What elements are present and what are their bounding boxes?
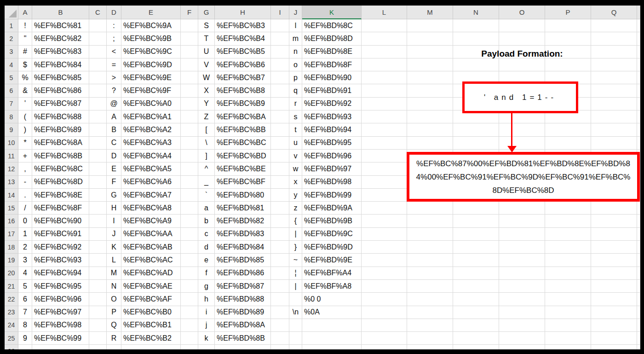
cell-A19[interactable]: 3 <box>18 254 32 267</box>
cell-H22[interactable]: %EF%BD%88 <box>215 293 271 306</box>
cell-O10[interactable] <box>499 137 545 150</box>
cell-L15[interactable] <box>362 202 407 215</box>
cell-C17[interactable] <box>89 228 107 241</box>
cell-J26[interactable] <box>289 345 302 349</box>
row-header-2[interactable]: 2 <box>5 32 18 45</box>
cell-E19[interactable]: %EF%BC%AC <box>121 254 181 267</box>
column-header-L[interactable]: L <box>362 6 407 19</box>
cell-J18[interactable]: } <box>289 241 302 254</box>
cell-J3[interactable]: n <box>289 46 302 58</box>
cell-H25[interactable]: %EF%BD%8B <box>215 332 271 345</box>
cell-A8[interactable]: ( <box>18 110 32 123</box>
cell-O17[interactable] <box>499 228 545 241</box>
cell-P23[interactable] <box>545 306 591 319</box>
cell-P19[interactable] <box>545 254 591 267</box>
column-header-P[interactable]: P <box>545 6 591 19</box>
cell-N4[interactable] <box>453 58 499 71</box>
cell-E5[interactable]: %EF%BC%9E <box>121 71 181 84</box>
cell-G25[interactable]: k <box>198 332 215 345</box>
cell-L7[interactable] <box>362 98 407 110</box>
cell-J12[interactable]: w <box>289 162 302 175</box>
cell-Q25[interactable] <box>591 332 637 345</box>
cell-N17[interactable] <box>453 228 499 241</box>
cell-G5[interactable]: W <box>198 71 215 84</box>
cell-E11[interactable]: %EF%BC%A4 <box>121 150 181 162</box>
cell-N16[interactable] <box>453 215 499 227</box>
cell-Q21[interactable] <box>591 280 637 293</box>
cell-B13[interactable]: %EF%BC%8D <box>32 176 89 189</box>
row-header-10[interactable]: 10 <box>5 137 18 150</box>
cell-I24[interactable] <box>271 319 289 332</box>
cell-I16[interactable] <box>271 215 289 227</box>
cell-I22[interactable] <box>271 293 289 306</box>
cell-L4[interactable] <box>362 58 407 71</box>
cell-O4[interactable] <box>499 58 545 71</box>
cell-J14[interactable]: y <box>289 189 302 202</box>
cell-N19[interactable] <box>453 254 499 267</box>
cell-B26[interactable] <box>32 345 89 349</box>
cell-I2[interactable] <box>271 32 289 45</box>
cell-E9[interactable]: %EF%BC%A2 <box>121 123 181 136</box>
cell-A9[interactable]: ) <box>18 123 32 136</box>
cell-J10[interactable]: u <box>289 137 302 150</box>
row-header-20[interactable]: 20 <box>5 267 18 280</box>
cell-C18[interactable] <box>89 241 107 254</box>
cell-K26[interactable] <box>302 345 362 349</box>
row-header-13[interactable]: 13 <box>5 176 18 189</box>
cell-A17[interactable]: 1 <box>18 228 32 241</box>
cell-Q20[interactable] <box>591 267 637 280</box>
cell-E7[interactable]: %EF%BC%A0 <box>121 98 181 110</box>
row-header-8[interactable]: 8 <box>5 110 18 123</box>
cell-H17[interactable]: %EF%BD%83 <box>215 228 271 241</box>
cell-O8[interactable] <box>499 110 545 123</box>
cell-A22[interactable]: 6 <box>18 293 32 306</box>
cell-I17[interactable] <box>271 228 289 241</box>
cell-M15[interactable] <box>407 202 453 215</box>
cell-B16[interactable]: %EF%BC%90 <box>32 215 89 227</box>
cell-O24[interactable] <box>499 319 545 332</box>
cell-F18[interactable] <box>181 241 198 254</box>
cell-F17[interactable] <box>181 228 198 241</box>
cell-O26[interactable] <box>499 345 545 349</box>
cell-N12[interactable] <box>453 162 499 175</box>
cell-A2[interactable]: " <box>18 32 32 45</box>
cell-N11[interactable] <box>453 150 499 162</box>
cell-B18[interactable]: %EF%BC%92 <box>32 241 89 254</box>
cell-C20[interactable] <box>89 267 107 280</box>
cell-B23[interactable]: %EF%BC%97 <box>32 306 89 319</box>
cell-D17[interactable]: J <box>107 228 121 241</box>
cell-L12[interactable] <box>362 162 407 175</box>
cell-C23[interactable] <box>89 306 107 319</box>
cell-C3[interactable] <box>89 46 107 58</box>
cell-L19[interactable] <box>362 254 407 267</box>
column-header-J[interactable]: J <box>289 6 302 19</box>
cell-J16[interactable]: { <box>289 215 302 227</box>
cell-K6[interactable]: %EF%BD%91 <box>302 84 362 97</box>
column-header-A[interactable]: A <box>18 6 32 19</box>
cell-O6[interactable] <box>499 84 545 97</box>
cell-O22[interactable] <box>499 293 545 306</box>
cell-D7[interactable]: @ <box>107 98 121 110</box>
cell-A21[interactable]: 5 <box>18 280 32 293</box>
cell-E24[interactable]: %EF%BC%B1 <box>121 319 181 332</box>
cell-F13[interactable] <box>181 176 198 189</box>
cell-D20[interactable]: M <box>107 267 121 280</box>
cell-I26[interactable] <box>271 345 289 349</box>
cell-M10[interactable] <box>407 137 453 150</box>
cell-I9[interactable] <box>271 123 289 136</box>
cell-G4[interactable]: V <box>198 58 215 71</box>
cell-D3[interactable]: < <box>107 46 121 58</box>
cell-O16[interactable] <box>499 215 545 227</box>
cell-M26[interactable] <box>407 345 453 349</box>
cell-K14[interactable]: %EF%BD%99 <box>302 189 362 202</box>
cell-N20[interactable] <box>453 267 499 280</box>
cell-M22[interactable] <box>407 293 453 306</box>
cell-Q13[interactable] <box>591 176 637 189</box>
cell-O18[interactable] <box>499 241 545 254</box>
cell-P4[interactable] <box>545 58 591 71</box>
cell-N5[interactable] <box>453 71 499 84</box>
cell-D13[interactable]: F <box>107 176 121 189</box>
cell-N26[interactable] <box>453 345 499 349</box>
cell-Q24[interactable] <box>591 319 637 332</box>
cell-N3[interactable] <box>453 46 499 58</box>
